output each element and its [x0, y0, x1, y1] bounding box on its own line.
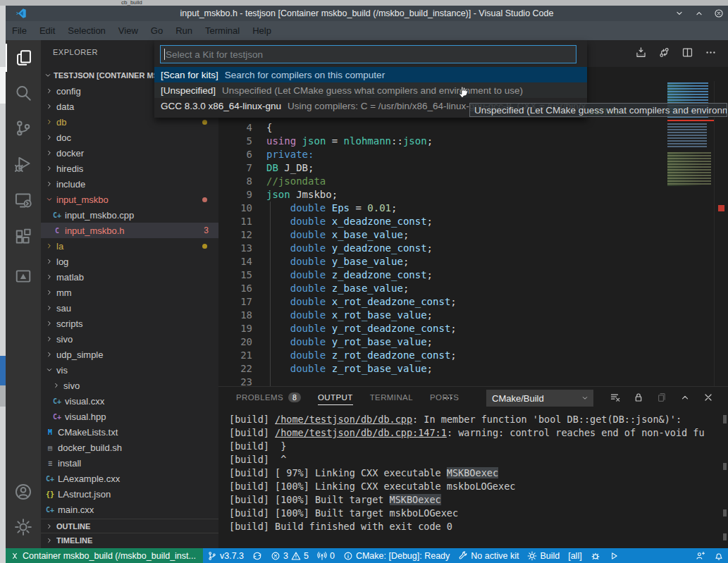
tree-item-label: hiredis [56, 163, 83, 174]
code-line: 14 double y_base_value; [218, 255, 670, 268]
activity-explorer[interactable] [6, 44, 42, 72]
tree-file-docker_build.sh[interactable]: ▤docker_build.sh [41, 440, 218, 455]
minimize-button[interactable] [674, 8, 684, 18]
tree-file-input_mskbo.h[interactable]: Cinput_mskbo.h3 [41, 223, 218, 238]
tree-folder-mm[interactable]: mm [41, 285, 218, 300]
panel-tab-problems[interactable]: PROBLEMS8 [236, 392, 301, 405]
line-number: 7 [218, 161, 252, 175]
menu-view[interactable]: View [112, 25, 144, 36]
menu-edit[interactable]: Edit [33, 25, 61, 36]
status-remote-indicator[interactable]: Container mskbo_build (/mskbo_build_inst… [6, 548, 203, 563]
tree-file-main.cxx[interactable]: C+main.cxx [41, 502, 218, 517]
tree-folder-la[interactable]: la [41, 238, 218, 254]
maximize-panel-icon[interactable] [679, 392, 691, 403]
code-lines: 4{5using json = nlohmann::json;6private:… [218, 121, 670, 386]
activity-manage[interactable] [6, 513, 41, 541]
tree-folder-udp_simple[interactable]: udp_simple [41, 347, 218, 362]
output-channel-select[interactable]: CMake/Build [486, 390, 593, 407]
tree-folder-hiredis[interactable]: hiredis [41, 161, 218, 176]
h-file-icon: C [51, 227, 63, 235]
chevron-right-icon [51, 381, 62, 390]
outline-section[interactable]: OUTLINE [41, 519, 218, 533]
code-line: 7DB J_DB; [218, 161, 670, 175]
tree-folder-include[interactable]: include [41, 176, 218, 192]
output-file-link[interactable]: /home/testjson/db/db.cpp:147:1 [275, 427, 447, 438]
activity-source-control[interactable] [6, 114, 41, 142]
more-editor-actions-icon[interactable] [705, 47, 717, 58]
tree-item-label: input_mskbo [56, 194, 109, 205]
switch-header-source-icon[interactable] [658, 47, 670, 58]
activity-cmake-tools[interactable] [6, 262, 41, 290]
tree-file-install[interactable]: ≡install [41, 455, 218, 471]
code-line: 4{ [218, 121, 670, 135]
indent-guide [270, 202, 271, 386]
menu-selection[interactable]: Selection [61, 25, 111, 36]
tree-folder-docker[interactable]: docker [41, 145, 218, 161]
tree-folder-sau[interactable]: sau [41, 300, 218, 316]
output-file-link[interactable]: /home/testjson/db/db.cpp [275, 414, 412, 425]
status-git-checkout[interactable]: v3.7.3 [203, 548, 248, 563]
close-button[interactable] [714, 8, 724, 18]
chevron-right-icon [44, 118, 55, 126]
clear-output-icon[interactable] [610, 392, 621, 403]
run-build-task-icon[interactable] [635, 47, 647, 58]
status-cmake-status[interactable]: CMake: [Debug]: Ready [339, 548, 454, 563]
menu-run[interactable]: Run [169, 25, 199, 36]
status-problems[interactable]: 35 [266, 548, 313, 563]
tree-item-label: docker_build.sh [58, 443, 122, 453]
code-line: 8//jsondata [218, 175, 670, 188]
tree-file-CMakeLists.txt[interactable]: MCMakeLists.txt [41, 424, 218, 440]
status-cmake-build[interactable]: Build [523, 548, 564, 563]
tree-folder-sivo[interactable]: sivo [41, 331, 218, 347]
status-ports-forwarded[interactable]: 0 [313, 548, 339, 563]
quick-pick-input[interactable]: Select a Kit for testjson [160, 45, 576, 63]
status-notifications[interactable] [710, 548, 728, 563]
menu-file[interactable]: File [6, 25, 33, 36]
tree-file-LAstruct.json[interactable]: {}LAstruct.json [41, 486, 218, 502]
more-panel-tabs-icon[interactable] [443, 392, 454, 404]
status-debug-launch[interactable] [586, 548, 605, 563]
timeline-section[interactable]: TIMELINE [41, 533, 218, 547]
line-number: 4 [218, 121, 252, 135]
status-sync[interactable] [248, 548, 266, 563]
tree-file-input_mskbo.cpp[interactable]: C+input_mskbo.cpp [41, 207, 218, 223]
line-number: 17 [218, 295, 252, 309]
quick-pick-item[interactable]: [Unspecified]Unspecified (Let CMake gues… [154, 82, 587, 98]
output-line: [build] [ 97%] Linking CXX executable MS… [229, 466, 722, 480]
tree-folder-sivo[interactable]: sivo [41, 378, 218, 393]
tree-folder-vis[interactable]: vis [41, 362, 218, 378]
tree-folder-doc[interactable]: doc [41, 130, 218, 145]
close-panel-icon[interactable] [703, 392, 714, 403]
hpp-file-icon: C+ [51, 413, 63, 421]
code-text: double y_rot_deadzone_const; [266, 322, 457, 335]
menu-terminal[interactable]: Terminal [199, 25, 246, 36]
panel-tab-terminal[interactable]: TERMINAL [370, 393, 413, 404]
status-feedback[interactable] [691, 548, 710, 563]
tree-folder-log[interactable]: log [41, 254, 218, 269]
panel-tab-output[interactable]: OUTPUT [318, 393, 353, 405]
toggle-auto-scrolling-icon[interactable] [633, 392, 644, 403]
tree-folder-scripts[interactable]: scripts [41, 316, 218, 331]
menu-go[interactable]: Go [144, 25, 169, 36]
tree-file-LAexample.cxx[interactable]: C+LAexample.cxx [41, 471, 218, 486]
code-text: //jsondata [266, 175, 326, 188]
activity-accounts[interactable] [6, 478, 41, 506]
menu-help[interactable]: Help [246, 25, 278, 36]
code-text: { [266, 121, 272, 135]
activity-search[interactable] [6, 79, 41, 107]
tree-file-visual.hpp[interactable]: C+visual.hpp [41, 409, 218, 424]
quick-pick-item[interactable]: [Scan for kits]Search for compilers on t… [154, 67, 587, 82]
split-editor-icon[interactable] [681, 47, 693, 58]
highlighted-word: MSKBOexec [447, 467, 498, 478]
activity-run-and-debug[interactable] [6, 149, 41, 178]
activity-extensions[interactable] [6, 223, 41, 251]
status-active-kit[interactable]: No active kit [454, 548, 523, 563]
status-build-target[interactable]: [all] [564, 548, 586, 563]
maximize-button[interactable] [694, 8, 704, 18]
status-run-launch[interactable] [605, 548, 623, 563]
tree-folder-matlab[interactable]: matlab [41, 269, 218, 285]
code-text: double z_rot_deadzone_const; [266, 349, 457, 362]
tree-folder-input_mskbo[interactable]: input_mskbo [41, 192, 218, 207]
tree-file-visual.cxx[interactable]: C+visual.cxx [41, 393, 218, 409]
activity-remote-explorer[interactable] [6, 186, 41, 214]
